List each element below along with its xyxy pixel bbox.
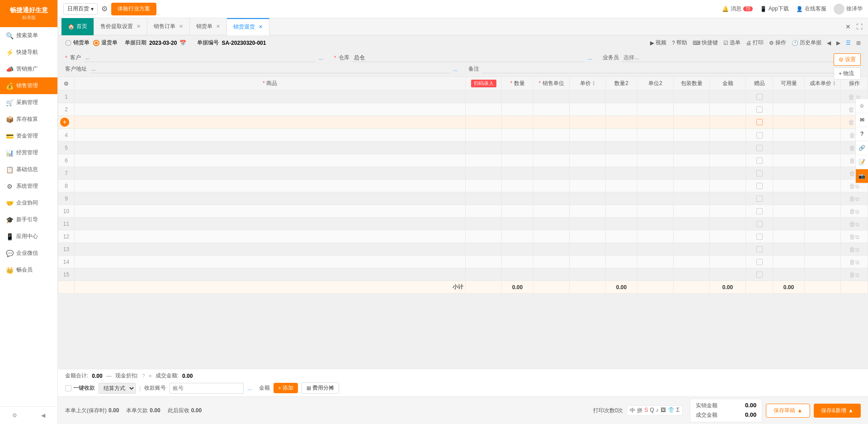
close-icon[interactable]: ✕: [216, 24, 220, 29]
gift-cell[interactable]: [746, 91, 773, 103]
toolbar-icon-5[interactable]: ♪: [656, 407, 659, 414]
tab-fullscreen-btn[interactable]: ⛶: [854, 22, 864, 31]
cost-cell[interactable]: [805, 91, 841, 103]
calendar-icon[interactable]: 📅: [179, 40, 186, 46]
action-video-btn[interactable]: ▶ 视频: [650, 39, 666, 47]
tab-sale-delivery[interactable]: 销货单 ✕: [190, 18, 227, 35]
copy-row-btn[interactable]: ⧉: [855, 183, 859, 190]
customer-dots[interactable]: ...: [319, 55, 323, 61]
sidebar-item-finance[interactable]: 💳 资金管理: [0, 128, 57, 144]
delete-row-btn[interactable]: 🗑: [849, 195, 855, 202]
tab-sale-return[interactable]: 销货退货 ✕: [227, 18, 269, 35]
pkg-cell[interactable]: [674, 91, 710, 103]
gift-cell[interactable]: [746, 116, 773, 129]
delete-row-btn[interactable]: 🗑: [849, 208, 855, 215]
close-icon[interactable]: ✕: [259, 24, 263, 30]
add-logistics-btn[interactable]: + 物流: [834, 67, 861, 80]
radio-sale-delivery[interactable]: 销货单: [65, 39, 90, 47]
topbar-gear-icon[interactable]: ⚙: [101, 5, 108, 13]
question-icon[interactable]: ?: [142, 373, 145, 379]
unit2-cell[interactable]: [637, 116, 674, 129]
unit-cell[interactable]: [533, 116, 570, 129]
copy-row-btn[interactable]: ⧉: [855, 221, 859, 228]
right-float-icon-2[interactable]: ✉: [856, 113, 868, 127]
avail-cell[interactable]: [773, 91, 805, 103]
delete-row-btn[interactable]: 🗑: [848, 119, 854, 126]
payment-checkbox[interactable]: [65, 385, 71, 391]
gift-cell[interactable]: [746, 103, 773, 116]
scan-btn[interactable]: 扫码录入: [471, 80, 496, 87]
gear-header[interactable]: ⚙: [58, 77, 75, 91]
pkg-cell[interactable]: [674, 116, 710, 129]
pkg-cell[interactable]: [674, 103, 710, 116]
action-print-btn[interactable]: 🖨 打印: [746, 39, 764, 47]
delete-row-btn[interactable]: 🗑: [849, 246, 855, 253]
copy-row-btn[interactable]: ⧉: [855, 247, 859, 253]
copy-row-btn[interactable]: ⧉: [855, 234, 859, 240]
nav-prev-btn[interactable]: ◀: [827, 40, 831, 46]
close-icon[interactable]: ✕: [179, 24, 183, 29]
view-list-btn[interactable]: ☰: [846, 40, 851, 46]
action-history-btn[interactable]: 🕐 历史单据: [792, 39, 821, 47]
delete-row-btn[interactable]: 🗑: [849, 220, 855, 228]
action-operate-btn[interactable]: ⚙ 操作: [769, 39, 786, 47]
account-input[interactable]: [170, 383, 244, 394]
right-float-icon-6[interactable]: 📷: [856, 169, 868, 183]
amount-cell[interactable]: [710, 103, 746, 116]
qty2-cell[interactable]: [606, 103, 637, 116]
action-shortcut-btn[interactable]: ⌨ 快捷键: [693, 39, 718, 47]
calc-method-select[interactable]: 结算方式: [99, 383, 136, 394]
copy-row-btn[interactable]: ⧉: [855, 209, 859, 215]
price-cell[interactable]: [570, 116, 606, 129]
save-new-btn[interactable]: 保存&新增 ▲: [814, 404, 861, 418]
sidebar-item-appcenter[interactable]: 📱 应用中心: [0, 228, 57, 245]
app-download-btn[interactable]: 📱 App下载: [760, 5, 789, 13]
sidebar-item-quicknav[interactable]: ⚡ 快捷导航: [0, 44, 57, 61]
action-select-btn[interactable]: ☑ 选单: [723, 39, 741, 47]
cost-cell[interactable]: [805, 103, 841, 116]
toolbar-icon-7[interactable]: 👕: [668, 407, 675, 414]
nav-next-btn[interactable]: ▶: [836, 40, 840, 46]
delete-row-btn[interactable]: 🗑: [849, 233, 855, 240]
delete-row-btn[interactable]: 🗑: [849, 144, 855, 152]
toolbar-icon-1[interactable]: 中: [630, 407, 635, 414]
qty-cell[interactable]: [502, 116, 533, 129]
online-service-btn[interactable]: 👤 在线客服: [796, 5, 826, 13]
sidebar-item-basic[interactable]: 📋 基础信息: [0, 161, 57, 178]
radio-sale-return[interactable]: 退货单: [93, 39, 118, 47]
product-input[interactable]: [76, 119, 463, 125]
sidebar-settings-btn[interactable]: ⚙: [10, 410, 19, 420]
copy-row-btn[interactable]: ⧉: [855, 196, 859, 202]
price-cell[interactable]: [570, 91, 606, 103]
address-input[interactable]: [90, 65, 450, 73]
sidebar-item-sales[interactable]: 💰 销售管理: [0, 77, 57, 94]
add-row-btn[interactable]: +: [60, 118, 69, 127]
warehouse-dots[interactable]: ...: [587, 55, 592, 61]
delete-row-btn[interactable]: 🗑: [849, 271, 855, 278]
toolbar-icon-8[interactable]: Σ: [676, 407, 679, 414]
warehouse-input[interactable]: [352, 53, 585, 62]
toolbar-icon-4[interactable]: Q: [650, 407, 654, 414]
sidebar-item-inventory[interactable]: 📦 库存核算: [0, 111, 57, 128]
copy-row-btn[interactable]: ⧉: [855, 272, 859, 278]
save-draft-btn[interactable]: 保存草稿 ▲: [766, 404, 810, 418]
action-help-btn[interactable]: ? 帮助: [672, 39, 687, 47]
delete-row-btn[interactable]: 🗑: [849, 157, 855, 164]
trial-btn[interactable]: 体验行业方案: [111, 3, 156, 15]
message-btn[interactable]: 🔔 消息 70: [722, 5, 753, 13]
delete-row-btn[interactable]: 🗑: [849, 182, 855, 190]
sidebar-item-wechat[interactable]: 💬 企业微信: [0, 245, 57, 262]
remark-input[interactable]: [482, 65, 861, 73]
close-icon[interactable]: ✕: [137, 24, 141, 29]
avail-cell[interactable]: [773, 103, 805, 116]
delete-row-btn[interactable]: 🗑: [848, 93, 854, 100]
cost-cell[interactable]: [805, 116, 841, 129]
toolbar-icon-2[interactable]: 拼: [637, 407, 642, 414]
delete-row-btn[interactable]: 🗑: [849, 170, 855, 177]
product-cell[interactable]: [75, 91, 466, 103]
sidebar-item-operations[interactable]: 📊 经营管理: [0, 144, 57, 161]
qty2-cell[interactable]: [606, 116, 637, 129]
tab-sale-order[interactable]: 销售订单 ✕: [147, 18, 190, 35]
amount-cell[interactable]: [710, 116, 746, 129]
toolbar-icon-3[interactable]: S: [644, 407, 648, 414]
